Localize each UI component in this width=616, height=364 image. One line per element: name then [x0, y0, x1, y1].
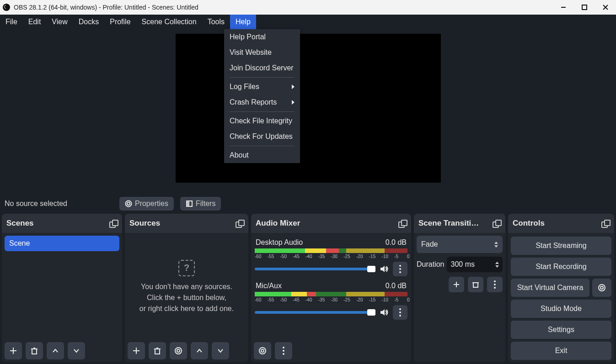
add-source-button[interactable]	[128, 342, 145, 359]
menu-scene-collection[interactable]: Scene Collection	[136, 15, 202, 29]
filters-button[interactable]: Filters	[180, 197, 221, 211]
scenes-body[interactable]: Scene	[2, 233, 122, 339]
menu-help[interactable]: Help	[230, 15, 256, 29]
check-for-updates-item[interactable]: Check For Updates	[224, 129, 300, 144]
menubar: File Edit View Docks Profile Scene Colle…	[0, 15, 616, 29]
mute-button[interactable]	[379, 307, 389, 317]
close-button[interactable]	[595, 0, 616, 15]
duration-label: Duration	[417, 260, 444, 269]
gear-icon	[258, 347, 267, 355]
settings-button[interactable]: Settings	[511, 321, 611, 339]
join-discord-item[interactable]: Join Discord Server	[224, 60, 300, 76]
help-portal-item[interactable]: Help Portal	[224, 29, 300, 45]
about-item[interactable]: About	[224, 148, 300, 163]
help-dropdown: Help Portal Visit Website Join Discord S…	[224, 29, 300, 163]
exit-button[interactable]: Exit	[511, 342, 611, 360]
check-file-integrity-item[interactable]: Check File Integrity	[224, 113, 300, 129]
volume-slider[interactable]	[255, 311, 375, 314]
channel-options-button[interactable]	[393, 262, 407, 276]
remove-transition-button[interactable]	[468, 277, 483, 292]
speaker-icon	[380, 308, 389, 317]
mixer-menu-button[interactable]	[275, 342, 292, 359]
transitions-title: Scene Transiti…	[418, 219, 479, 228]
spinner-arrows-icon	[494, 242, 498, 248]
transition-options-button[interactable]	[487, 277, 503, 292]
svg-rect-15	[155, 349, 160, 354]
popout-icon[interactable]	[493, 220, 501, 227]
studio-mode-button[interactable]: Studio Mode	[511, 300, 611, 318]
menu-profile[interactable]: Profile	[104, 15, 136, 29]
mixer-advanced-button[interactable]	[254, 342, 271, 359]
menu-separator	[230, 146, 295, 146]
source-properties-button[interactable]	[170, 342, 187, 359]
remove-scene-button[interactable]	[26, 342, 43, 359]
virtual-camera-settings-button[interactable]	[592, 279, 611, 297]
docks-row: Scenes Scene Sources ? You don't have an…	[0, 214, 616, 364]
volume-slider[interactable]	[255, 268, 375, 270]
sources-empty-state: ? You don't have any sources. Click the …	[125, 233, 248, 339]
scene-up-button[interactable]	[47, 342, 64, 359]
log-files-item[interactable]: Log Files	[224, 79, 300, 95]
popout-icon[interactable]	[398, 220, 407, 227]
empty-line: You don't have any sources.	[141, 283, 232, 291]
sources-title: Sources	[129, 219, 160, 228]
popout-icon[interactable]	[236, 220, 244, 227]
crash-reports-item[interactable]: Crash Reports	[224, 95, 300, 110]
popout-icon[interactable]	[601, 220, 610, 227]
mixer-channel-mic-aux: Mic/Aux 0.0 dB -60-55-50-45-40-35-30-25-…	[254, 279, 408, 322]
add-transition-button[interactable]	[449, 277, 464, 292]
svg-marker-21	[380, 309, 385, 316]
mixer-body: Desktop Audio 0.0 dB -60-55-50-45-40-35-…	[251, 233, 411, 339]
preview-canvas[interactable]	[176, 34, 441, 183]
submenu-arrow-icon	[292, 84, 295, 89]
svg-point-23	[259, 348, 266, 354]
titlebar: OBS 28.1.2 (64-bit, windows) - Profile: …	[0, 0, 616, 15]
chevron-down-icon	[216, 347, 225, 355]
empty-line: or right click here to add one.	[139, 305, 234, 313]
speaker-icon	[380, 264, 389, 274]
level-meter	[255, 248, 407, 253]
mute-button[interactable]	[379, 264, 389, 274]
add-scene-button[interactable]	[5, 342, 22, 359]
gear-icon	[125, 200, 132, 207]
transitions-dock: Scene Transiti… Fade Duration 300 ms	[414, 214, 505, 362]
minimize-button[interactable]	[553, 0, 574, 15]
source-down-button[interactable]	[212, 342, 229, 359]
scenes-title: Scenes	[6, 219, 34, 228]
start-recording-button[interactable]: Start Recording	[511, 258, 611, 276]
scenes-footer	[2, 339, 122, 362]
controls-body: Start Streaming Start Recording Start Vi…	[508, 233, 614, 362]
duration-input[interactable]: 300 ms	[447, 257, 503, 272]
chevron-down-icon	[72, 347, 80, 355]
start-streaming-button[interactable]: Start Streaming	[511, 237, 611, 255]
submenu-arrow-icon	[292, 100, 295, 105]
window-title: OBS 28.1.2 (64-bit, windows) - Profile: …	[14, 4, 198, 11]
menu-tools[interactable]: Tools	[202, 15, 230, 29]
menu-docks[interactable]: Docks	[73, 15, 104, 29]
app-icon	[3, 4, 10, 11]
mixer-channel-desktop-audio: Desktop Audio 0.0 dB -60-55-50-45-40-35-…	[254, 236, 408, 279]
channel-name: Desktop Audio	[256, 238, 303, 247]
scene-item[interactable]: Scene	[5, 236, 119, 251]
scene-down-button[interactable]	[68, 342, 85, 359]
visit-website-item[interactable]: Visit Website	[224, 45, 300, 60]
menu-file[interactable]: File	[0, 15, 23, 29]
audio-mixer-dock: Audio Mixer Desktop Audio 0.0 dB -60-55-…	[251, 214, 411, 362]
sources-body[interactable]: ? You don't have any sources. Click the …	[125, 233, 248, 339]
maximize-button[interactable]	[574, 0, 595, 15]
controls-dock: Controls Start Streaming Start Recording…	[508, 214, 614, 362]
properties-button[interactable]: Properties	[119, 197, 174, 211]
trash-icon	[472, 281, 479, 288]
remove-source-button[interactable]	[149, 342, 166, 359]
svg-point-22	[261, 349, 264, 352]
menu-view[interactable]: View	[46, 15, 73, 29]
popout-icon[interactable]	[109, 220, 118, 227]
sources-footer	[125, 339, 248, 362]
source-up-button[interactable]	[191, 342, 208, 359]
controls-title: Controls	[513, 219, 545, 228]
start-virtual-camera-button[interactable]: Start Virtual Camera	[511, 279, 589, 297]
menu-edit[interactable]: Edit	[23, 15, 47, 29]
svg-point-28	[600, 286, 603, 289]
transition-select[interactable]: Fade	[417, 236, 503, 253]
channel-options-button[interactable]	[393, 305, 407, 320]
